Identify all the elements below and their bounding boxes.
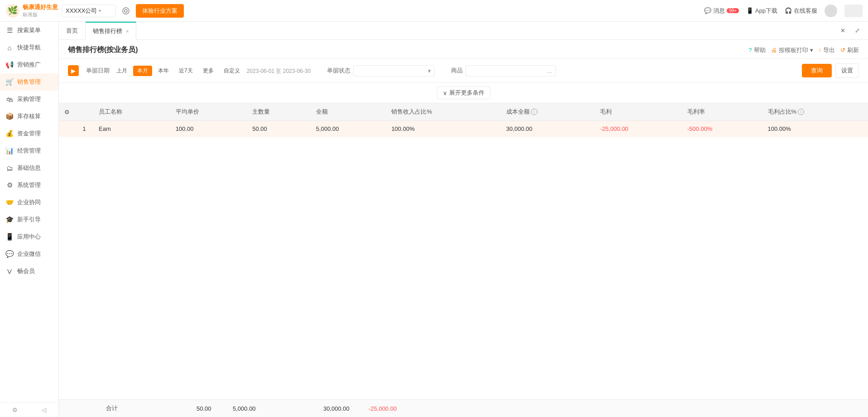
date-btn-自定义[interactable]: 自定义 <box>220 66 244 76</box>
app-download-icon: 📱 <box>746 7 753 14</box>
date-buttons: 上月本月本年近7天更多自定义 <box>112 66 244 76</box>
sidebar-label-vip: 畅会员 <box>17 267 35 275</box>
th-cost: 成本全额 i <box>501 103 595 121</box>
sidebar-label-quick-nav: 快捷导航 <box>17 43 41 52</box>
date-btn-本月[interactable]: 本月 <box>133 66 152 76</box>
footer-amount: 5,000.00 <box>227 405 273 412</box>
trial-button[interactable]: 体验行业方案 <box>136 4 184 18</box>
refresh-icon: ↺ <box>840 47 845 53</box>
company-selector[interactable]: XXXXX公司 ▾ <box>62 5 116 17</box>
sidebar-label-sys-mgmt: 系统管理 <box>17 181 41 189</box>
sidebar-item-sales-mgmt[interactable]: 🛒 销售管理 <box>0 73 58 91</box>
online-service-icon: 🎧 <box>785 7 792 14</box>
message-icon: 💬 <box>704 7 711 14</box>
avatar[interactable] <box>825 5 837 17</box>
goods-filter: 商品 ... <box>451 65 556 77</box>
home-tab-label: 首页 <box>66 27 78 35</box>
date-btn-更多[interactable]: 更多 <box>199 66 218 76</box>
sidebar-label-enterprise: 企业协同 <box>17 198 41 206</box>
footer-cost: 30,000.00 <box>318 405 363 412</box>
th-rank <box>75 103 93 121</box>
tab-close-window-icon[interactable]: ✕ <box>837 25 848 36</box>
table-wrap: ⚙ 员工名称 平均单价 主数量 全额 销售收入占比% <box>59 103 868 399</box>
export-button[interactable]: ↑ 导出 <box>819 46 835 54</box>
sidebar-item-newbie[interactable]: 🎓 新手引导 <box>0 211 58 228</box>
sidebar-item-app-center[interactable]: 📱 应用中心 <box>0 228 58 245</box>
messages-button[interactable]: 💬 消息 99+ <box>704 7 739 15</box>
online-service-button[interactable]: 🎧 在线客服 <box>785 7 817 15</box>
cost-info-icon[interactable]: i <box>531 109 537 115</box>
sidebar-item-sys-mgmt[interactable]: ⚙ 系统管理 <box>0 177 58 194</box>
row-avg-price: 100.00 <box>170 121 247 137</box>
sidebar-icon-enterprise: 🤝 <box>5 198 14 206</box>
row-settings <box>59 121 75 137</box>
tab-close-icon[interactable]: × <box>126 29 129 34</box>
sidebar-icon-purchase-mgmt: 🛍 <box>5 95 14 103</box>
chevron-down-icon: ∨ <box>443 90 447 96</box>
sidebar-icon-finance: 💰 <box>5 129 14 138</box>
goods-more-icon: ... <box>547 67 552 74</box>
sidebar-item-vip[interactable]: V 畅会员 <box>0 263 58 280</box>
row-gross-rate: -500.00% <box>682 121 762 137</box>
filter-expand-arrow[interactable]: ▶ <box>68 65 79 76</box>
goods-input[interactable]: ... <box>465 65 556 77</box>
page-header-actions: ? 帮助 🖨 按模板打印 ▾ ↑ 导出 <box>748 46 859 54</box>
row-cost: 30,000.00 <box>501 121 595 137</box>
sidebar-item-marketing[interactable]: 📢 营销推广 <box>0 56 58 73</box>
sidebar-item-quick-nav[interactable]: ⌂ 快捷导航 <box>0 39 58 56</box>
sidebar-icon-sys-mgmt: ⚙ <box>5 181 14 189</box>
sidebar-item-operations[interactable]: 📊 经营管理 <box>0 142 58 159</box>
date-btn-上月[interactable]: 上月 <box>112 66 131 76</box>
template-print-button[interactable]: 🖨 按模板打印 ▾ <box>771 46 813 54</box>
setting-button[interactable]: 设置 <box>835 63 859 78</box>
date-range: 2023-06-01 至 2023-06-30 <box>247 67 311 75</box>
row-gross: -25,000.00 <box>595 121 681 137</box>
sidebar-collapse-icon[interactable]: ◁ <box>42 407 46 413</box>
sidebar-settings-icon[interactable]: ⚙ <box>12 407 18 413</box>
date-btn-本年[interactable]: 本年 <box>154 66 173 76</box>
sidebar-icon-basic-info: 🗂 <box>5 164 14 172</box>
sidebar-item-inventory[interactable]: 📦 库存核算 <box>0 108 58 125</box>
app-download-label: App下载 <box>755 7 777 15</box>
svg-point-2 <box>123 8 129 14</box>
refresh-button[interactable]: ↺ 刷新 <box>840 46 859 54</box>
sidebar-item-enterprise[interactable]: 🤝 企业协同 <box>0 194 58 211</box>
sidebar-label-purchase-mgmt: 采购管理 <box>17 95 41 103</box>
messages-badge: 99+ <box>727 8 739 13</box>
row-sales-pct: 100.00% <box>386 121 500 137</box>
gross-pct-info-icon[interactable]: i <box>798 109 804 115</box>
sidebar-item-basic-info[interactable]: 🗂 基础信息 <box>0 159 58 177</box>
sidebar-label-inventory: 库存核算 <box>17 112 41 120</box>
date-btn-近7天[interactable]: 近7天 <box>175 66 197 76</box>
app-download-button[interactable]: 📱 App下载 <box>746 7 777 15</box>
topbar-settings-icon[interactable] <box>120 5 132 17</box>
expand-conditions-bar: ∨ 展开更多条件 <box>59 83 868 103</box>
tab-expand-icon[interactable]: ⤢ <box>852 25 863 36</box>
th-sales-pct: 销售收入占比% <box>386 103 500 121</box>
sidebar-label-basic-info: 基础信息 <box>17 164 41 172</box>
settings-icon[interactable]: ⚙ <box>64 109 70 115</box>
data-table: ⚙ 员工名称 平均单价 主数量 全额 销售收入占比% <box>59 103 868 137</box>
status-select[interactable] <box>353 65 435 77</box>
sidebar-label-marketing: 营销推广 <box>17 61 41 69</box>
row-gross-pct: 100.00% <box>762 121 868 137</box>
row-name: Eam <box>93 121 170 137</box>
logo-line1: 畅康通好生意 <box>23 4 58 11</box>
sidebar-item-wechat-biz[interactable]: 💬 企业微信 <box>0 245 58 263</box>
sidebar-item-purchase-mgmt[interactable]: 🛍 采购管理 <box>0 91 58 108</box>
page-title: 销售排行榜(按业务员) <box>68 45 138 55</box>
expand-conditions-button[interactable]: ∨ 展开更多条件 <box>437 86 490 99</box>
tab-sales-ranking[interactable]: 销售排行榜 × <box>86 22 136 40</box>
th-gross-rate: 毛利率 <box>682 103 762 121</box>
tab-home[interactable]: 首页 <box>59 22 86 40</box>
sidebar-item-finance[interactable]: 💰 资金管理 <box>0 125 58 142</box>
query-button[interactable]: 查询 <box>802 64 832 77</box>
row-qty: 50.00 <box>247 121 311 137</box>
print-chevron-icon: ▾ <box>810 47 813 53</box>
sidebar-item-search-orders[interactable]: ☰ 搜索菜单 <box>0 22 58 39</box>
print-icon: 🖨 <box>771 47 777 53</box>
sidebar-icon-wechat-biz: 💬 <box>5 250 14 258</box>
table-footer: 合计 50.00 5,000.00 30,000.00 -25,000.00 <box>59 399 868 417</box>
help-button[interactable]: ? 帮助 <box>748 46 765 54</box>
sidebar-icon-newbie: 🎓 <box>5 216 14 224</box>
